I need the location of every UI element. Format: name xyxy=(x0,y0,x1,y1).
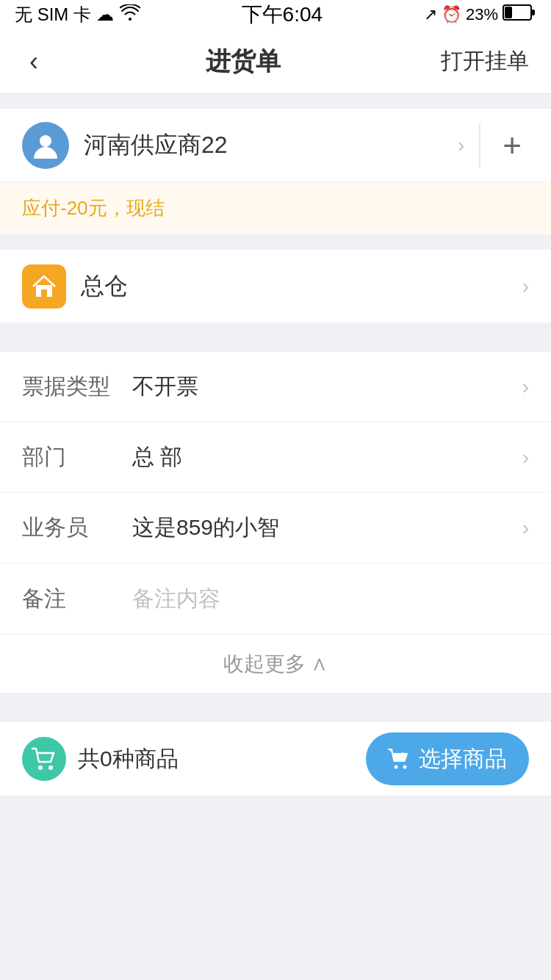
supplier-section: 河南供应商22 › + 应付-20元，现结 xyxy=(0,109,551,234)
svg-point-7 xyxy=(48,765,53,770)
invoice-value: 不开票 xyxy=(125,372,522,402)
supplier-avatar xyxy=(22,122,69,169)
back-button[interactable]: ‹ xyxy=(22,39,46,84)
warehouse-icon xyxy=(22,264,66,309)
status-bar: 无 SIM 卡 ☁ 下午6:04 ↗ ⏰ 23% xyxy=(0,0,551,29)
select-goods-label: 选择商品 xyxy=(419,744,507,774)
svg-rect-2 xyxy=(505,7,512,18)
battery-icon xyxy=(503,4,536,25)
status-left: 无 SIM 卡 ☁ xyxy=(15,3,140,26)
nav-bar: ‹ 进货单 打开挂单 xyxy=(0,29,551,94)
dept-row[interactable]: 部门 总 部 › xyxy=(0,422,551,493)
warehouse-name: 总仓 xyxy=(81,270,522,303)
sales-chevron-icon: › xyxy=(522,516,529,540)
collapse-bar[interactable]: 收起更多 ∧ xyxy=(0,634,551,693)
bottom-bar: 共0种商品 选择商品 xyxy=(0,722,551,796)
dept-label: 部门 xyxy=(22,442,125,472)
product-count: 共0种商品 xyxy=(78,744,179,774)
gap-4 xyxy=(0,693,551,707)
svg-point-3 xyxy=(40,135,51,147)
dept-chevron-icon: › xyxy=(522,446,529,469)
remark-input[interactable]: 备注内容 xyxy=(125,584,529,614)
battery-label: 23% xyxy=(466,5,498,24)
gap-3 xyxy=(0,323,551,337)
svg-point-8 xyxy=(395,765,398,769)
invoice-label: 票据类型 xyxy=(22,372,125,402)
remark-label: 备注 xyxy=(22,584,125,614)
collapse-text: 收起更多 ∧ xyxy=(223,650,328,678)
sales-row[interactable]: 业务员 这是859的小智 › xyxy=(0,493,551,563)
gap-2 xyxy=(0,234,551,249)
status-time: 下午6:04 xyxy=(242,1,323,29)
sales-value: 这是859的小智 xyxy=(125,513,522,543)
warehouse-chevron-icon: › xyxy=(522,275,529,298)
alarm-icon: ⏰ xyxy=(442,5,461,24)
invoice-chevron-icon: › xyxy=(522,375,529,399)
notice-bar: 应付-20元，现结 xyxy=(0,182,551,234)
warehouse-row[interactable]: 总仓 › xyxy=(0,249,551,323)
page-title: 进货单 xyxy=(206,45,281,79)
svg-rect-1 xyxy=(531,10,535,15)
supplier-row[interactable]: 河南供应商22 › + xyxy=(0,109,551,182)
svg-point-6 xyxy=(38,765,43,770)
sim-label: 无 SIM 卡 ☁ xyxy=(15,3,114,26)
invoice-row[interactable]: 票据类型 不开票 › xyxy=(0,352,551,422)
supplier-chevron-icon: › xyxy=(458,134,464,157)
dept-value: 总 部 xyxy=(125,442,522,472)
select-goods-button[interactable]: 选择商品 xyxy=(366,732,529,785)
notice-text: 应付-20元，现结 xyxy=(22,197,165,219)
supplier-divider xyxy=(479,123,480,167)
sales-label: 业务员 xyxy=(22,513,125,543)
location-icon: ↗ xyxy=(424,5,437,24)
svg-rect-5 xyxy=(41,289,47,297)
form-section: 票据类型 不开票 › 部门 总 部 › 业务员 这是859的小智 › 备注 备注… xyxy=(0,352,551,634)
remark-row[interactable]: 备注 备注内容 xyxy=(0,563,551,634)
gap-1 xyxy=(0,94,551,109)
status-right: ↗ ⏰ 23% xyxy=(424,4,536,25)
wifi-icon xyxy=(120,4,140,25)
cart-icon xyxy=(22,737,66,781)
supplier-name: 河南供应商22 xyxy=(84,129,458,162)
svg-point-9 xyxy=(403,765,407,769)
open-pending-button[interactable]: 打开挂单 xyxy=(441,46,529,76)
product-info: 共0种商品 xyxy=(22,737,179,781)
add-supplier-button[interactable]: + xyxy=(495,129,529,162)
